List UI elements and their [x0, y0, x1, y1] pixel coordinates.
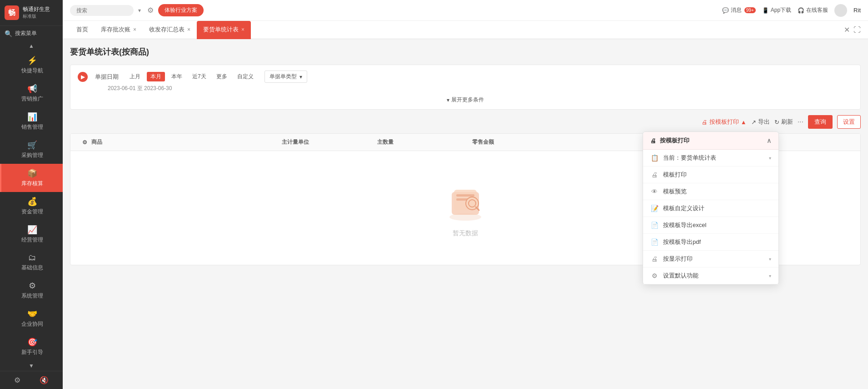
sidebar-item-marketing[interactable]: 📢 营销推广 [0, 79, 63, 107]
export-excel-icon: 📄 [650, 222, 658, 229]
filter-date-7days[interactable]: 近7天 [189, 72, 210, 81]
sidebar-item-label: 企业协同 [21, 320, 43, 328]
settings-btn[interactable]: 设置 [837, 115, 861, 129]
app-version: 标准版 [23, 13, 50, 20]
print-template-btn[interactable]: 🖨 按模板打印 ▲ [702, 118, 747, 126]
filter-date-label: 单据日期 [95, 73, 119, 81]
online-service-icon: 🎧 [798, 7, 804, 14]
sidebar-item-label: 系统管理 [21, 292, 43, 300]
chevron-down-icon: ▾ [299, 74, 302, 80]
search-input[interactable] [70, 5, 134, 16]
filter-date-range: 2023-06-01 至 2023-06-30 [108, 85, 853, 92]
sidebar-item-system[interactable]: ⚙ 系统管理 [0, 276, 63, 304]
topbar-actions: 💬 消息 99+ 📱 App下载 🎧 在线客服 Rit [722, 4, 861, 17]
app-logo-icon: 畅 [5, 5, 19, 20]
col-product: 商品 [91, 138, 282, 146]
sidebar-item-sales[interactable]: 📊 销售管理 [0, 107, 63, 136]
sidebar-item-guide[interactable]: 🎯 新手引导 [0, 333, 63, 361]
export-pdf-label: 按模板导出pdf [663, 238, 701, 246]
template-print-item[interactable]: 🖨 模板打印 [643, 167, 778, 183]
message-action[interactable]: 💬 消息 99+ [722, 6, 756, 14]
tab-inventory-batch-label: 库存批次账 [101, 25, 130, 34]
set-default-item[interactable]: ⚙ 设置默认功能 ▾ [643, 268, 778, 284]
sidebar-item-finance[interactable]: 💰 资金管理 [0, 192, 63, 220]
sidebar-item-operation[interactable]: 📈 经营管理 [0, 220, 63, 248]
sidebar-search[interactable]: 🔍 搜索菜单 [0, 26, 63, 41]
template-design-item[interactable]: 📝 模板自定义设计 [643, 200, 778, 217]
tab-receipt-summary[interactable]: 收发存汇总表 × [143, 21, 197, 39]
sidebar-item-inventory[interactable]: 📦 库存核算 [0, 164, 63, 192]
message-badge: 99+ [744, 7, 756, 13]
filter-bar: ▶ 单据日期 上月 本月 本年 近7天 更多 自定义 单据单类型 ▾ 2023-… [70, 65, 861, 110]
purchase-icon: 🛒 [27, 140, 37, 150]
sidebar-item-enterprise[interactable]: 🤝 企业协同 [0, 304, 63, 333]
window-expand-icon[interactable]: ⛶ [853, 26, 861, 34]
expand-more-btn[interactable]: ▾ 展开更多条件 [78, 96, 853, 104]
sidebar-scroll-up[interactable]: ▲ [0, 41, 63, 51]
window-close-icon[interactable]: ✕ [844, 25, 850, 34]
export-btn[interactable]: ↗ 导出 [751, 118, 770, 126]
filter-toggle-btn[interactable]: ▶ [78, 72, 88, 82]
filter-type-select[interactable]: 单据单类型 ▾ [264, 71, 307, 83]
sidebar-item-basic[interactable]: 🗂 基础信息 [0, 248, 63, 276]
page-title: 要货单统计表(按商品) [70, 46, 861, 57]
col-unit: 主计量单位 [282, 138, 377, 146]
current-template-icon: 📋 [650, 154, 658, 162]
template-preview-item[interactable]: 👁 模板预览 [643, 183, 778, 200]
print-chevron-up-icon: ▲ [741, 119, 747, 126]
filter-date-custom[interactable]: 自定义 [234, 72, 257, 81]
refresh-btn[interactable]: ↻ 刷新 [774, 118, 793, 126]
filter-date-this-month[interactable]: 本月 [147, 72, 165, 81]
display-print-item[interactable]: 🖨 按显示打印 ▾ [643, 251, 778, 268]
sidebar-item-label: 销售管理 [21, 123, 43, 131]
col-settings[interactable]: ⚙ [78, 139, 91, 146]
filter-date-prev-month[interactable]: 上月 [126, 72, 144, 81]
filter-date-more[interactable]: 更多 [213, 72, 231, 81]
inventory-icon: 📦 [27, 168, 37, 178]
export-pdf-icon: 📄 [650, 238, 658, 246]
sidebar-item-purchase[interactable]: 🛒 采购管理 [0, 136, 63, 164]
print-icon: 🖨 [702, 119, 708, 126]
col-qty: 主数量 [377, 138, 473, 146]
tab-inventory-batch-close[interactable]: × [133, 26, 136, 33]
mute-icon[interactable]: 🔇 [40, 376, 49, 384]
export-label: 导出 [758, 118, 770, 126]
tab-receipt-summary-close[interactable]: × [187, 26, 190, 33]
col-amount: 零售金额 [472, 138, 568, 146]
filter-date-options: 上月 本月 本年 近7天 更多 自定义 [126, 72, 257, 81]
enterprise-icon: 🤝 [27, 309, 37, 319]
tab-order-stats[interactable]: 要货单统计表 × [197, 21, 251, 39]
print-dropdown-close-icon[interactable]: ∧ [767, 137, 771, 144]
display-print-label: 按显示打印 [663, 255, 693, 263]
print-dropdown-title: 按模板打印 [660, 136, 689, 145]
tab-order-stats-close[interactable]: × [241, 26, 244, 33]
print-dropdown-current[interactable]: 📋 当前：要货单统计表 ▾ [643, 150, 778, 167]
sidebar-scroll-down[interactable]: ▼ [0, 361, 63, 371]
export-pdf-item[interactable]: 📄 按模板导出pdf [643, 234, 778, 251]
avatar[interactable] [834, 4, 847, 17]
export-excel-label: 按模板导出excel [663, 221, 706, 229]
topbar-gear-icon[interactable]: ⚙ [147, 6, 154, 15]
settings-icon[interactable]: ⚙ [14, 376, 20, 384]
current-template-label: 当前：要货单统计表 [663, 154, 716, 162]
filter-date-this-year[interactable]: 本年 [168, 72, 186, 81]
sidebar-item-quick-nav[interactable]: ⚡ 快捷导航 [0, 51, 63, 79]
message-icon: 💬 [722, 7, 729, 14]
sidebar-search-label: 搜索菜单 [15, 30, 37, 37]
online-service-action[interactable]: 🎧 在线客服 [798, 6, 828, 14]
industry-btn[interactable]: 体验行业方案 [158, 4, 204, 16]
tab-home[interactable]: 首页 [70, 21, 95, 39]
export-excel-item[interactable]: 📄 按模板导出excel [643, 217, 778, 234]
search-chevron-icon[interactable]: ▾ [138, 7, 141, 14]
app-download-action[interactable]: 📱 App下载 [762, 6, 791, 14]
refresh-label: 刷新 [781, 118, 793, 126]
tab-inventory-batch[interactable]: 库存批次账 × [95, 21, 143, 39]
sidebar-logo: 畅 畅通好生意 标准版 [0, 0, 63, 26]
system-icon: ⚙ [29, 281, 36, 291]
query-btn[interactable]: 查询 [808, 115, 833, 129]
empty-state-icon [443, 178, 488, 224]
print-dropdown: 🖨 按模板打印 ∧ 📋 当前：要货单统计表 ▾ 🖨 模板打印 [643, 131, 779, 285]
more-options-btn[interactable]: ··· [798, 118, 803, 126]
template-print-icon: 🖨 [650, 171, 658, 178]
quick-nav-icon: ⚡ [27, 56, 37, 66]
